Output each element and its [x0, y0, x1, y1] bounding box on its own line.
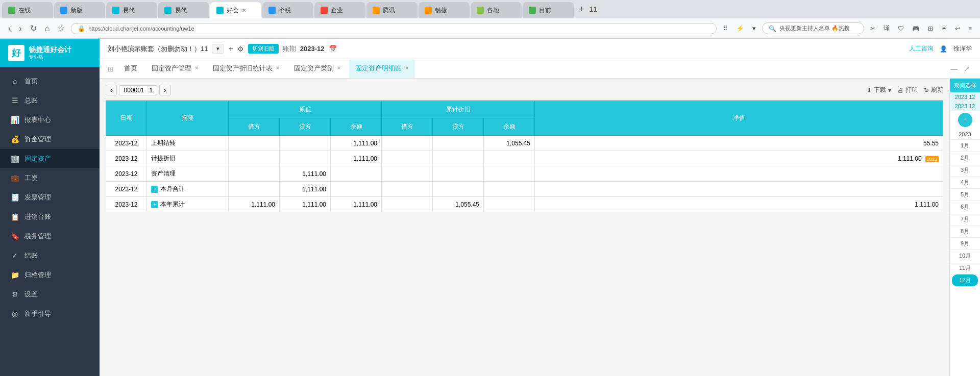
sidebar-item-settings[interactable]: ⚙ 设置 — [0, 285, 100, 304]
sidebar-item-ledger[interactable]: ☰ 总账 — [0, 91, 100, 110]
browser-tab-online[interactable]: 在线 — [2, 2, 53, 18]
tab-depreciation-table-close[interactable]: ✕ — [276, 65, 280, 71]
period-month-9[interactable]: 9月 — [950, 238, 980, 250]
period-month-6[interactable]: 6月 — [950, 201, 980, 213]
download-button[interactable]: ⬇ 下载 ▾ — [867, 86, 891, 94]
period-month-3[interactable]: 3月 — [950, 164, 980, 177]
period-selected-start[interactable]: 2023.12 — [950, 92, 980, 102]
support-link[interactable]: 人工咨询 — [909, 44, 934, 53]
tab-asset-mgmt-close[interactable]: ✕ — [194, 65, 199, 71]
tab-favicon-gedi — [477, 7, 484, 14]
sidebar-item-home[interactable]: ⌂ 首页 — [0, 71, 100, 91]
browser-tab-tencent[interactable]: 腾讯 — [366, 2, 418, 18]
browser-tab-geshui[interactable]: 个税 — [262, 2, 313, 18]
minimize-window-icon[interactable]: — — [948, 63, 960, 75]
maximize-window-icon[interactable]: ⤢ — [962, 63, 972, 75]
undo-icon[interactable]: ↩ — [953, 23, 962, 34]
browser-tab-gedi[interactable]: 各地 — [471, 2, 522, 18]
reload-button[interactable]: ↻ — [28, 21, 39, 35]
sidebar-item-close[interactable]: ✓ 结账 — [0, 246, 100, 265]
sidebar-item-funds[interactable]: 💰 资金管理 — [0, 130, 100, 149]
edit-period-icon[interactable]: 📅 — [329, 45, 337, 53]
period-month-10[interactable]: 10月 — [950, 250, 980, 262]
sidebar-item-reports[interactable]: 📊 报表中心 — [0, 110, 100, 130]
row3-credit: 1,111.00 — [280, 166, 331, 182]
row1-credit — [280, 136, 331, 151]
period-month-12-label: 12月 — [959, 277, 971, 283]
period-year-2023[interactable]: 2023 — [950, 129, 980, 140]
period-value: 2023-12 — [300, 45, 325, 53]
switch-version-button[interactable]: 切到旧版 — [248, 44, 279, 54]
new-tab-button[interactable]: + — [579, 4, 584, 15]
home-button[interactable]: ⌂ — [43, 22, 52, 35]
shield-icon[interactable]: 🛡 — [896, 23, 906, 34]
period-month-11[interactable]: 11月 — [950, 262, 980, 274]
page-tabs: ⊞ 首页 固定资产管理 ✕ 固定资产折旧统计表 ✕ 固定资产类别 ✕ 固定资产明… — [100, 59, 980, 79]
tab-asset-category[interactable]: 固定资产类别 ✕ — [288, 59, 347, 78]
translate-icon[interactable]: 译 — [881, 22, 892, 35]
dropdown-icon[interactable]: ▾ — [750, 22, 758, 34]
period-month-4[interactable]: 4月 — [950, 177, 980, 189]
search-text: 央视更新主持人名单 🔥热搜 — [779, 24, 850, 32]
browser-tab-qiye[interactable]: 企业 — [314, 2, 365, 18]
tab-asset-detail[interactable]: 固定资产明细账 ✕ — [349, 59, 415, 78]
tab-close-haohui[interactable]: ✕ — [242, 8, 246, 13]
go-top-button[interactable]: ↑ — [958, 113, 972, 127]
sidebar-item-guide[interactable]: ◎ 新手引导 — [0, 304, 100, 323]
browser-tab-muqian[interactable]: 目前 — [523, 2, 574, 18]
row1-net-value: 55.55 — [535, 136, 943, 151]
row5-dep-debit — [382, 197, 433, 212]
sidebar-item-invoice[interactable]: 🧾 发票管理 — [0, 188, 100, 207]
period-month-10-label: 10月 — [959, 253, 971, 259]
settings-button[interactable]: ⚙ — [237, 45, 244, 53]
tab-depreciation-table[interactable]: 固定资产折旧统计表 ✕ — [207, 59, 286, 78]
grid-icon[interactable]: ⊞ — [926, 23, 935, 34]
bookmark-button[interactable]: ☆ — [56, 21, 67, 35]
sidebar-item-purchase[interactable]: 📋 进销台账 — [0, 207, 100, 227]
period-month-7[interactable]: 7月 — [950, 213, 980, 225]
scissors-icon[interactable]: ✂ — [868, 23, 877, 34]
tab-asset-detail-close[interactable]: ✕ — [405, 65, 409, 71]
browser-tab-new[interactable]: 新版 — [54, 2, 105, 18]
browser-tab-yidai2[interactable]: 易代 — [158, 2, 209, 18]
row4-date: 2023-12 — [106, 182, 147, 197]
tab-label-geshui: 个税 — [279, 6, 291, 15]
row1-dep-balance: 1,055.45 — [484, 136, 535, 151]
next-page-button[interactable]: › — [159, 85, 170, 95]
browser-tab-haohui[interactable]: 好会 ✕ — [210, 2, 261, 18]
tab-asset-mgmt[interactable]: 固定资产管理 ✕ — [145, 59, 205, 78]
col-header-dep-balance: 余额 — [484, 118, 535, 136]
period-month-5[interactable]: 5月 — [950, 189, 980, 201]
sidebar-item-assets[interactable]: 🏢 固定资产 — [0, 149, 100, 168]
back-button[interactable]: ‹ — [6, 22, 13, 35]
col-header-original-value: 原值 — [229, 101, 382, 118]
tab-asset-category-close[interactable]: ✕ — [337, 65, 341, 71]
prev-page-button[interactable]: ‹ — [106, 85, 117, 95]
game-icon[interactable]: 🎮 — [910, 23, 922, 34]
print-button[interactable]: 🖨 打印 — [897, 86, 918, 94]
browser-tab-yidai1[interactable]: 易代 — [106, 2, 157, 18]
period-label: 账期 — [283, 44, 296, 54]
sidebar-item-salary[interactable]: 💼 工资 — [0, 168, 100, 188]
period-month-1[interactable]: 1月 — [950, 140, 980, 152]
sidebar-item-archive[interactable]: 📁 归档管理 — [0, 265, 100, 285]
period-month-12[interactable]: 12月 — [952, 274, 978, 287]
brightness-icon[interactable]: ☀ — [939, 23, 949, 34]
add-account-button[interactable]: + — [228, 44, 233, 54]
funds-icon: 💰 — [10, 135, 19, 143]
refresh-button[interactable]: ↻ 刷新 — [924, 86, 943, 94]
expand-icon[interactable]: ⊞ — [108, 65, 114, 73]
row2-credit — [280, 151, 331, 166]
sidebar-item-label-invoice: 发票管理 — [24, 193, 51, 202]
lightning-icon[interactable]: ⚡ — [734, 22, 746, 34]
extensions-icon[interactable]: ⠿ — [721, 22, 730, 34]
row2-summary: 计提折旧 — [147, 151, 229, 166]
forward-button[interactable]: › — [17, 22, 23, 35]
browser-tab-changjie[interactable]: 畅捷 — [419, 2, 470, 18]
tab-home[interactable]: 首页 — [118, 59, 143, 78]
sidebar-item-tax[interactable]: 🔖 税务管理 — [0, 227, 100, 246]
period-month-8[interactable]: 8月 — [950, 225, 980, 238]
menu-icon[interactable]: ≡ — [966, 23, 974, 34]
period-selected-end[interactable]: 2023.12 — [950, 102, 980, 111]
period-month-2[interactable]: 2月 — [950, 152, 980, 164]
